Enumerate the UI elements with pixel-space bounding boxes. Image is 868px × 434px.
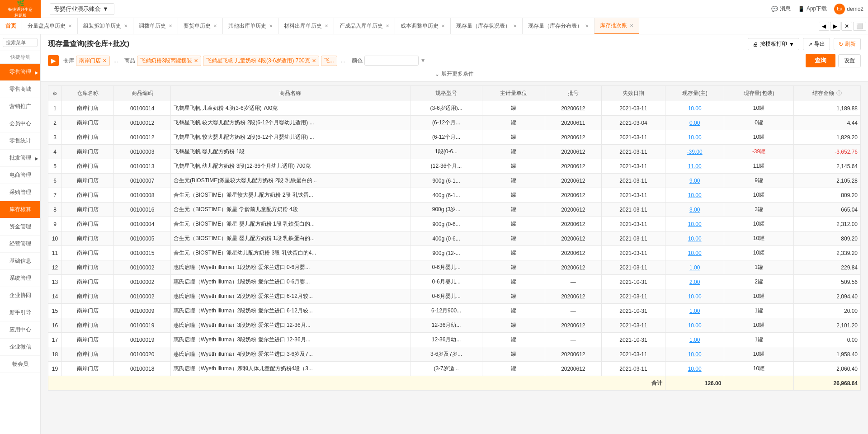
tab-8[interactable]: 成本调整单历史 ✕ [395, 18, 451, 34]
tab-6-close[interactable]: ✕ [325, 24, 328, 28]
row-batch: 20200612 [545, 101, 602, 116]
sidebar-item-wholesale[interactable]: 批发管理 ▶ [0, 150, 40, 167]
row-qty-main[interactable]: 10.00 [665, 289, 724, 304]
sidebar-item-ecommerce[interactable]: 电商管理 [0, 167, 40, 184]
tab-2-close[interactable]: ✕ [124, 24, 127, 28]
messages-btn[interactable]: 💬 消息 [771, 5, 791, 13]
row-qty-main[interactable]: -39.00 [665, 145, 724, 159]
row-qty-main[interactable]: 3.00 [665, 203, 724, 217]
gear-icon[interactable]: ⚙ [52, 90, 57, 97]
tab-5[interactable]: 其他出库单历史 ✕ [223, 18, 278, 34]
tab-5-close[interactable]: ✕ [269, 24, 273, 28]
sidebar-item-operations[interactable]: 经营管理 [0, 236, 40, 253]
sidebar-item-system[interactable]: 系统管理 [0, 270, 40, 287]
tab-6[interactable]: 材料出库单历史 ✕ [278, 18, 334, 34]
tab-prev-btn[interactable]: ◀ [819, 22, 829, 31]
refresh-btn[interactable]: ↻ 刷新 [834, 38, 861, 50]
tab-11[interactable]: 库存批次账 ✕ [594, 18, 639, 34]
settings-btn[interactable]: 设置 [838, 54, 861, 67]
row-qty-main[interactable]: 10.00 [665, 188, 724, 203]
tab-1-close[interactable]: ✕ [68, 24, 72, 28]
tab-close-btn[interactable]: ✕ [841, 22, 852, 31]
row-qty-main[interactable]: 1.00 [665, 304, 724, 318]
tab-3-close[interactable]: ✕ [169, 24, 172, 28]
sidebar-item-purchase[interactable]: 采购管理 [0, 184, 40, 201]
row-name: 惠氏启瞳（Wyeth illuma）4段奶粉 爱尔兰进口 3-6岁及7... [171, 347, 410, 362]
row-batch: 20200612 [545, 145, 602, 159]
tab-9[interactable]: 现存量（库存状况表） ✕ [451, 18, 523, 34]
tab-1[interactable]: 分量盘点单历史 ✕ [22, 18, 78, 34]
tab-7-close[interactable]: ✕ [386, 24, 389, 28]
filter-expand-arrow-btn[interactable]: ▶ [48, 55, 59, 66]
warehouse-tag-close[interactable]: ✕ [103, 58, 107, 64]
row-qty-main[interactable]: 1.00 [665, 260, 724, 275]
row-qty-main[interactable]: 9.00 [665, 174, 724, 188]
sidebar-item-basic-info[interactable]: 基础信息 [0, 253, 40, 270]
sidebar-item-enterprise-wechat-label: 企业微信 [9, 344, 31, 350]
template-print-btn[interactable]: 🖨 按模板打印 ▼ [748, 38, 799, 50]
tab-9-label: 现存量（库存状况表） [456, 22, 510, 30]
color-input[interactable] [364, 56, 419, 66]
goods-ellipsis[interactable]: ... [339, 57, 347, 64]
col-gear[interactable]: ⚙ [48, 86, 62, 101]
export-btn[interactable]: ↗ 导出 [803, 38, 830, 50]
tab-next-btn[interactable]: ▶ [830, 22, 840, 31]
tab-4-close[interactable]: ✕ [213, 24, 217, 28]
sidebar-item-finance[interactable]: 资金管理 [0, 218, 40, 236]
tab-2[interactable]: 组装拆卸单历史 ✕ [78, 18, 133, 34]
goods-tag-1[interactable]: 飞鹤奶粉3段丙罐摆装 ✕ [137, 56, 201, 66]
sidebar-quick-nav[interactable]: 快捷导航 [0, 51, 40, 64]
row-qty-main[interactable]: 10.00 [665, 130, 724, 145]
sidebar-item-retail-stats[interactable]: 零售统计 [0, 132, 40, 150]
expand-conditions-btn[interactable]: ⌄ 展开更多条件 [435, 70, 474, 78]
row-qty-main[interactable]: 2.00 [665, 275, 724, 289]
row-qty-main[interactable]: 10.00 [665, 362, 724, 376]
row-qty-main[interactable]: 10.00 [665, 231, 724, 246]
sidebar-item-inventory[interactable]: 库存核算 [0, 201, 40, 218]
sidebar-item-members[interactable]: 会员中心 [0, 115, 40, 132]
user-avatar[interactable]: Ea demo2 [834, 4, 863, 14]
account-dropdown[interactable]: 母婴行业演示账套 ▼ [50, 3, 114, 15]
tab-4[interactable]: 要货单历史 ✕ [178, 18, 223, 34]
tab-10[interactable]: 现存量（库存分布表） ✕ [523, 18, 594, 34]
tab-11-close[interactable]: ✕ [630, 23, 633, 28]
row-qty-main[interactable]: 11.00 [665, 159, 724, 174]
sidebar-item-enterprise-label: 企业协同 [9, 292, 31, 298]
warehouse-tag[interactable]: 南岸门店 ✕ [76, 56, 110, 66]
tab-3[interactable]: 调拨单历史 ✕ [133, 18, 178, 34]
search-btn[interactable]: 查询 [806, 54, 835, 67]
row-qty-main[interactable]: 10.00 [665, 347, 724, 362]
tab-8-close[interactable]: ✕ [441, 24, 445, 28]
goods-tag-2-close[interactable]: ✕ [312, 58, 316, 64]
amount-info-icon[interactable]: ⓘ [836, 90, 842, 96]
sidebar-item-app-center[interactable]: 应用中心 [0, 321, 40, 339]
row-amount: 2,060.40 [793, 362, 860, 376]
tab-7[interactable]: 产成品入库单历史 ✕ [334, 18, 395, 34]
row-expire: 2021-03-11 [602, 174, 665, 188]
sidebar-item-guide[interactable]: 新手引导 [0, 304, 40, 321]
sidebar-item-vip[interactable]: 畅会员 [0, 356, 40, 373]
sidebar-item-enterprise[interactable]: 企业协同 [0, 287, 40, 304]
goods-tag-1-close[interactable]: ✕ [194, 58, 198, 64]
row-qty-main[interactable]: 10.00 [665, 318, 724, 333]
search-input[interactable] [3, 38, 38, 47]
row-qty-main[interactable]: 10.00 [665, 217, 724, 231]
sidebar-item-retail-mgmt[interactable]: 零售管理 ▶ [0, 64, 40, 81]
sidebar-item-enterprise-wechat[interactable]: 企业微信 [0, 339, 40, 356]
row-qty-main[interactable]: 0.00 [665, 116, 724, 130]
sidebar-item-retail-mall[interactable]: 零售商城 [0, 81, 40, 98]
goods-tag-more[interactable]: 飞... [321, 56, 337, 66]
tab-expand-btn[interactable]: ⬜ [853, 22, 866, 31]
warehouse-ellipsis[interactable]: ... [112, 57, 120, 64]
chevron-down-icon-color[interactable]: ▼ [420, 57, 426, 64]
tab-10-close[interactable]: ✕ [585, 24, 589, 28]
row-qty-main[interactable]: 10.00 [665, 246, 724, 260]
tab-9-close[interactable]: ✕ [513, 24, 517, 28]
row-qty-main[interactable]: 10.00 [665, 101, 724, 116]
goods-tag-2[interactable]: 飞鹤星飞帆 儿童奶粉 4段(3-6岁适用) 700克 ✕ [203, 56, 319, 66]
sidebar-item-marketing-label: 营销推广 [9, 103, 31, 109]
sidebar-item-marketing[interactable]: 营销推广 [0, 98, 40, 115]
tab-home[interactable]: 首页 [0, 18, 22, 34]
app-download-btn[interactable]: 📱 App下载 [798, 5, 827, 13]
row-qty-main[interactable]: 1.00 [665, 333, 724, 347]
